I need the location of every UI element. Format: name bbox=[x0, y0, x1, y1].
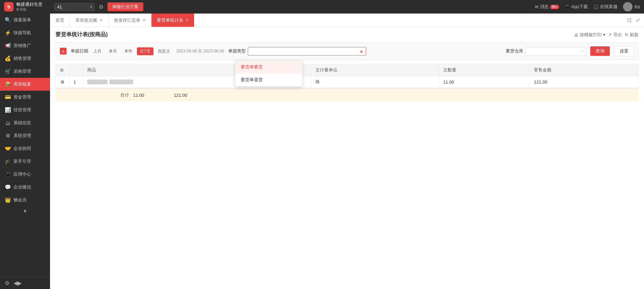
query-button[interactable]: 查询 bbox=[590, 46, 610, 56]
content-area: 首页 库存批次账 ✕ 收发存汇总表 ✕ 要货单统计表 ✕ ⊡ ⤢ bbox=[50, 14, 644, 289]
sidebar-label-sales: 销售管理 bbox=[14, 55, 31, 62]
sidebar-item-inventory[interactable]: 📦 库存核算 bbox=[0, 78, 50, 91]
type-select-wrap: ▲ bbox=[248, 47, 366, 55]
product-name-blurred bbox=[87, 80, 108, 84]
dropdown-item-order[interactable]: 要货单要货 bbox=[235, 61, 302, 73]
headset-icon: 🎧 bbox=[593, 4, 599, 9]
date-chip-this-year[interactable]: 本年 bbox=[121, 47, 136, 55]
store-selector[interactable]: 41 ▾ bbox=[54, 3, 95, 11]
card-icon: 💳 bbox=[5, 94, 11, 100]
th-settings: ⚙ bbox=[56, 64, 69, 76]
tab-order-stat[interactable]: 要货单统计表 ✕ bbox=[151, 14, 194, 27]
tab-restore-btn[interactable]: ⊡ bbox=[626, 16, 633, 25]
date-chip-last-month[interactable]: 上月 bbox=[90, 47, 104, 55]
sidebar-label-guide: 新手引导 bbox=[14, 158, 31, 164]
sidebar-item-basic[interactable]: 🗂 基础信息 bbox=[0, 116, 50, 129]
page-content: 要货单统计表(按商品) 🖨 按模板打印 ▾ ↗ 导出 ↻ bbox=[50, 27, 644, 289]
th-unit: 主计量单位 bbox=[311, 64, 439, 76]
sidebar-item-finance[interactable]: 💳 资金管理 bbox=[0, 91, 50, 104]
sidebar-label-basic: 基础信息 bbox=[14, 120, 31, 126]
sidebar-item-member[interactable]: 👑 畅会员 bbox=[0, 194, 50, 206]
sidebar-settings-btn[interactable]: ⚙ bbox=[5, 280, 9, 286]
date-chip-7days[interactable]: 近7天 bbox=[137, 47, 153, 55]
search-icon: 🔍 bbox=[5, 17, 11, 23]
sidebar-label-apps: 应用中心 bbox=[14, 171, 31, 177]
sidebar-label-wechat: 企业微信 bbox=[14, 184, 31, 190]
sidebar-label-system: 系统管理 bbox=[14, 133, 31, 139]
tab-home[interactable]: 首页 bbox=[50, 14, 70, 27]
table-body: ⚙ 1 块 11.00 121.00 bbox=[56, 76, 638, 88]
phone2-icon: 📱 bbox=[5, 171, 11, 177]
type-label: 单据类型 bbox=[228, 48, 246, 54]
column-settings-icon[interactable]: ⚙ bbox=[60, 68, 64, 73]
dropdown-item-return[interactable]: 要货单退货 bbox=[235, 73, 302, 86]
date-range-display: 2023-05-06 至 2023-06-06 bbox=[176, 48, 224, 54]
sidebar-item-search[interactable]: 🔍 搜索菜单 bbox=[0, 14, 50, 26]
logo-icon: b bbox=[4, 2, 14, 12]
type-filter-group: 单据类型 ▲ bbox=[228, 47, 502, 55]
sidebar-item-system[interactable]: ⚙ 系统管理 bbox=[0, 129, 50, 142]
tab-bar: 首页 库存批次账 ✕ 收发存汇总表 ✕ 要货单统计表 ✕ ⊡ ⤢ bbox=[50, 14, 644, 27]
date-label: 单据日期 bbox=[71, 48, 88, 54]
tab-batch[interactable]: 库存批次账 ✕ bbox=[70, 14, 109, 27]
username: Rit bbox=[635, 4, 640, 9]
app-sub: 标准版 bbox=[16, 7, 43, 12]
tab-maximize-btn[interactable]: ⤢ bbox=[634, 16, 641, 25]
table-header-row: ⚙ 商品 主计量单位 主数量 零售金额 bbox=[56, 64, 638, 76]
sidebar-item-guide[interactable]: 🎓 新手引导 bbox=[0, 155, 50, 168]
avatar bbox=[623, 2, 633, 12]
tab-close-summary[interactable]: ✕ bbox=[142, 18, 146, 23]
sidebar-scroll-down[interactable]: ▾ bbox=[0, 206, 50, 216]
sidebar-item-apps[interactable]: 📱 应用中心 bbox=[0, 168, 50, 181]
top-header: b 畅捷通好生意 标准版 41 ▾ ⚙ 体验行业方案 ✉ 消息 99+ 📱 Ap… bbox=[0, 0, 644, 14]
sidebar-label-finance: 资金管理 bbox=[14, 94, 31, 100]
summary-label: 合计 bbox=[59, 92, 129, 98]
sidebar-item-purchase[interactable]: 🛒 采购管理 bbox=[0, 65, 50, 78]
tab-close-batch[interactable]: ✕ bbox=[99, 18, 103, 23]
sidebar-item-wechat[interactable]: 💬 企业微信 bbox=[0, 181, 50, 194]
tab-bar-actions: ⊡ ⤢ bbox=[626, 16, 644, 25]
promo-button[interactable]: 体验行业方案 bbox=[108, 2, 143, 11]
warehouse-input-wrap: ··· bbox=[525, 47, 586, 55]
message-icon: ✉ bbox=[535, 4, 539, 9]
sidebar-item-operation[interactable]: 📊 经营管理 bbox=[0, 104, 50, 116]
date-chip-custom[interactable]: 自定义 bbox=[155, 47, 173, 55]
th-quantity: 主数量 bbox=[439, 64, 530, 76]
filter-expand-btn[interactable]: » bbox=[60, 48, 67, 54]
settings-button[interactable]: ⚙ bbox=[97, 2, 105, 12]
online-service-button[interactable]: 🎧 在线客服 bbox=[593, 4, 618, 10]
sidebar-item-marketing[interactable]: 📢 营销推广 bbox=[0, 39, 50, 52]
warehouse-input[interactable] bbox=[525, 47, 586, 55]
warehouse-label: 要货仓库 bbox=[506, 48, 523, 54]
print-icon: 🖨 bbox=[574, 32, 578, 37]
ellipsis-icon[interactable]: ··· bbox=[580, 48, 584, 54]
date-chip-this-month[interactable]: 本月 bbox=[106, 47, 120, 55]
page-title-row: 要货单统计表(按商品) 🖨 按模板打印 ▾ ↗ 导出 ↻ bbox=[55, 31, 639, 38]
tab-summary[interactable]: 收发存汇总表 ✕ bbox=[109, 14, 151, 27]
sidebar-bottom: ⚙ ◀▶ bbox=[0, 277, 50, 289]
tab-close-order-stat[interactable]: ✕ bbox=[185, 18, 189, 23]
box-icon: 📦 bbox=[5, 81, 11, 87]
sidebar-item-sales[interactable]: 💰 销售管理 bbox=[0, 52, 50, 65]
export-icon: ↗ bbox=[608, 32, 612, 37]
sidebar-item-shortcut[interactable]: ⚡ 快捷导航 bbox=[0, 26, 50, 39]
sidebar-collapse-btn[interactable]: ◀▶ bbox=[14, 280, 22, 286]
logo-area: b 畅捷通好生意 标准版 bbox=[4, 2, 54, 12]
header-center: 41 ▾ ⚙ 体验行业方案 bbox=[54, 2, 535, 12]
type-select-input[interactable] bbox=[248, 47, 366, 55]
print-template-btn[interactable]: 🖨 按模板打印 ▾ bbox=[574, 32, 605, 38]
data-table: ⚙ 商品 主计量单位 主数量 零售金额 ⚙ bbox=[56, 64, 638, 88]
refresh-btn[interactable]: ↻ 刷新 bbox=[625, 32, 639, 38]
filter-settings-button[interactable]: 设置 bbox=[614, 46, 634, 56]
message-badge: 99+ bbox=[550, 5, 559, 9]
data-table-container: ⚙ 商品 主计量单位 主数量 零售金额 ⚙ bbox=[55, 64, 639, 88]
export-btn[interactable]: ↗ 导出 bbox=[608, 32, 622, 38]
page-title: 要货单统计表(按商品) bbox=[55, 31, 108, 38]
app-download-button[interactable]: 📱 App下载 bbox=[565, 4, 588, 10]
user-menu[interactable]: Rit bbox=[623, 2, 640, 12]
row-settings-cell[interactable]: ⚙ bbox=[56, 76, 69, 88]
messages-button[interactable]: ✉ 消息 99+ bbox=[535, 4, 559, 10]
summary-amount: 121.00 bbox=[170, 93, 210, 98]
sidebar-item-coop[interactable]: 🤝 企业协同 bbox=[0, 142, 50, 155]
row-quantity: 11.00 bbox=[439, 76, 530, 88]
